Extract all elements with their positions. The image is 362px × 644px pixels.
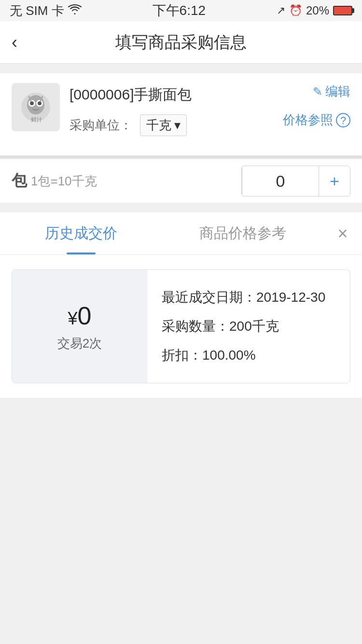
edit-icon: ✎ <box>313 85 322 98</box>
edit-label: 编辑 <box>325 83 350 100</box>
price-amount: ¥0 <box>68 301 92 330</box>
product-header: 鲜汁 [0000006]手撕面包 采购单位： 千克 ▾ ✎ <box>12 83 350 136</box>
unit-select[interactable]: 千克 ▾ <box>140 114 187 136</box>
svg-text:鲜汁: 鲜汁 <box>31 116 42 123</box>
price-card-container: ¥0 交易2次 最近成交日期：2019-12-30 采购数量：200千克 折扣：… <box>0 255 362 398</box>
currency-symbol: ¥ <box>68 308 78 328</box>
status-bar: 无 SIM 卡 下午6:12 ↗ ⏰ 20% <box>0 0 362 21</box>
discount-row: 折扣：100.00% <box>162 345 335 365</box>
recent-date-label: 最近成交日期： <box>162 290 256 305</box>
back-button[interactable]: ‹ <box>12 32 17 53</box>
purchase-qty-label: 采购数量： <box>162 319 229 334</box>
section-divider <box>0 155 362 158</box>
page-title: 填写商品采购信息 <box>115 31 247 54</box>
price-card: ¥0 交易2次 最近成交日期：2019-12-30 采购数量：200千克 折扣：… <box>12 269 350 383</box>
product-image: 鲜汁 <box>12 83 60 131</box>
tab-history-price[interactable]: 历史成交价 <box>0 212 162 254</box>
price-left-panel: ¥0 交易2次 <box>12 270 147 383</box>
quantity-plus-button[interactable]: + <box>319 166 350 196</box>
product-unit-row: 采购单位： 千克 ▾ <box>70 114 192 136</box>
svg-point-4 <box>30 101 34 105</box>
status-right: ↗ ⏰ 20% <box>277 4 352 17</box>
purchase-qty-value: 200千克 <box>229 319 279 334</box>
quantity-section: 包 1包=10千克 0 + <box>0 159 362 203</box>
tabs-header: 历史成交价 商品价格参考 × <box>0 212 362 255</box>
product-left: 鲜汁 [0000006]手撕面包 采购单位： 千克 ▾ <box>12 83 192 136</box>
status-left: 无 SIM 卡 <box>10 2 82 19</box>
recent-date-value: 2019-12-30 <box>256 290 325 305</box>
price-ref-help-icon: ? <box>336 113 350 127</box>
battery-icon <box>333 6 352 15</box>
quantity-value[interactable]: 0 <box>242 166 319 196</box>
discount-value: 100.00% <box>202 348 256 363</box>
edit-button[interactable]: ✎ 编辑 <box>313 83 350 100</box>
bag-conversion: 1包=10千克 <box>31 173 97 190</box>
product-name: [0000006]手撕面包 <box>70 85 192 105</box>
tab-price-ref-label: 商品价格参考 <box>199 224 286 243</box>
bag-icon: 包 <box>12 170 27 192</box>
price-ref-label: 价格参照 <box>283 112 333 128</box>
tabs-close-button[interactable]: × <box>323 224 362 244</box>
unit-label: 采购单位： <box>70 117 132 134</box>
svg-point-5 <box>38 101 42 105</box>
carrier-text: 无 SIM 卡 <box>10 2 64 19</box>
main-body: 鲜汁 [0000006]手撕面包 采购单位： 千克 ▾ ✎ <box>0 73 362 460</box>
battery-percent: 20% <box>306 4 329 17</box>
product-right: ✎ 编辑 价格参照 ? <box>283 83 350 128</box>
unit-arrow: ▾ <box>174 118 181 133</box>
bag-label: 包 1包=10千克 <box>12 170 97 192</box>
discount-label: 折扣： <box>162 348 202 363</box>
status-time: 下午6:12 <box>153 1 206 20</box>
wifi-icon <box>68 3 82 18</box>
tabs-section: 历史成交价 商品价格参考 × ¥0 交易2次 最近成交日期：2019-12-30 <box>0 212 362 398</box>
quantity-control: 0 + <box>241 166 350 196</box>
price-value: 0 <box>78 302 92 330</box>
tab-history-label: 历史成交价 <box>45 224 117 243</box>
unit-value: 千克 <box>146 117 171 134</box>
nav-bar: ‹ 填写商品采购信息 <box>0 21 362 64</box>
alarm-icon: ⏰ <box>289 4 302 17</box>
recent-date-row: 最近成交日期：2019-12-30 <box>162 287 335 308</box>
product-info: [0000006]手撕面包 采购单位： 千克 ▾ <box>70 83 192 136</box>
product-section: 鲜汁 [0000006]手撕面包 采购单位： 千克 ▾ ✎ <box>0 73 362 155</box>
purchase-qty-row: 采购数量：200千克 <box>162 316 335 336</box>
location-icon: ↗ <box>277 4 285 17</box>
price-transactions: 交易2次 <box>57 335 102 352</box>
tab-price-ref[interactable]: 商品价格参考 <box>162 212 323 254</box>
price-ref-button[interactable]: 价格参照 ? <box>283 112 350 128</box>
price-right-panel: 最近成交日期：2019-12-30 采购数量：200千克 折扣：100.00% <box>147 270 350 383</box>
